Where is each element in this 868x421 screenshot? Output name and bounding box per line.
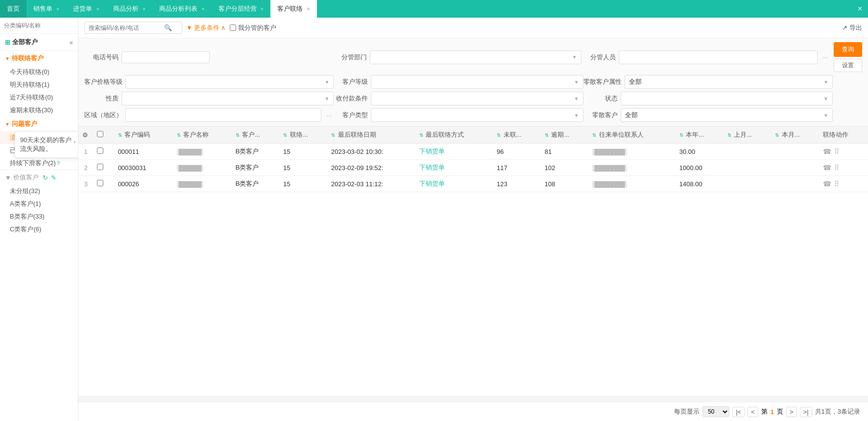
search-icon-btn[interactable]: 🔍	[164, 24, 172, 31]
tab-customer-segment[interactable]: 客户分层经营 ×	[212, 0, 270, 18]
all-customers-item[interactable]: ⊞ 全部客户 «	[0, 34, 78, 51]
th-name[interactable]: ⇅ 客户名称	[173, 126, 232, 144]
row-last-contact-date: 2023-02-03 11:12:	[327, 176, 415, 192]
select-all-checkbox[interactable]	[97, 131, 103, 137]
region-select[interactable]	[125, 108, 321, 122]
customer-type-select[interactable]: ▼	[371, 108, 583, 122]
sidebar-item-a-class[interactable]: A类客户(1)	[0, 198, 78, 210]
th-this-year[interactable]: ⇅ 本年...	[675, 126, 723, 144]
sidebar-section-problem-title[interactable]: ▼ 问题客户	[0, 117, 78, 131]
sidebar-item-tomorrow[interactable]: 明天待联络(1)	[0, 78, 78, 91]
sidebar-item-overdue[interactable]: 逾期未联络(30)	[0, 104, 78, 117]
sidebar-section-pending-title[interactable]: ▼ 待联络客户	[0, 51, 78, 66]
per-page-select[interactable]: 50 100	[702, 406, 729, 417]
nature-select[interactable]: ▼	[121, 92, 334, 105]
sort-icon-this-month: ⇅	[775, 132, 779, 138]
filter-dots-1[interactable]: ···	[820, 53, 830, 61]
th-contact-count[interactable]: ⇅ 联络...	[279, 126, 327, 144]
query-btn[interactable]: 查询	[834, 42, 862, 57]
tab-analysis-close[interactable]: ×	[143, 0, 145, 18]
edit-icon[interactable]: ✎	[51, 174, 56, 181]
tab-purchase[interactable]: 进货单 ×	[66, 0, 106, 18]
more-actions-icon[interactable]: ⠿	[834, 164, 839, 172]
contact-method-link[interactable]: 下销货单	[419, 164, 445, 171]
th-last-month[interactable]: ⇅ 上月...	[723, 126, 772, 144]
contact-method-link[interactable]: 下销货单	[419, 148, 445, 155]
th-this-month[interactable]: ⇅ 本月...	[771, 126, 819, 144]
th-overdue[interactable]: ⇅ 逾期...	[541, 126, 589, 144]
table-row: 1 000011 ██████ B类客户 15 2023-03-02 10:30…	[78, 144, 868, 160]
refresh-icon[interactable]: ↻	[43, 174, 48, 181]
th-settings[interactable]: ⚙	[78, 126, 93, 144]
tab-customer-contact-close[interactable]: ×	[307, 0, 310, 18]
next-page-btn[interactable]: >	[786, 407, 797, 417]
sidebar-section-value-title[interactable]: ▼ 价值客户 ↻ ✎	[0, 170, 78, 185]
contact-method-link[interactable]: 下销货单	[419, 180, 445, 187]
more-actions-icon[interactable]: ⠿	[834, 180, 839, 188]
filter-btn[interactable]: ▼ 更多条件 ∧	[186, 24, 226, 32]
search-input[interactable]	[89, 25, 162, 31]
tab-customer-segment-close[interactable]: ×	[261, 0, 264, 18]
tab-customer-contact[interactable]: 客户联络 ×	[270, 0, 316, 18]
row-last-contact-method[interactable]: 下销货单	[415, 144, 493, 160]
last-page-btn[interactable]: >|	[800, 407, 812, 417]
row-this-year: 30.00	[675, 144, 723, 160]
tab-purchase-close[interactable]: ×	[96, 0, 99, 18]
tab-analysis-list[interactable]: 商品分析列表 ×	[152, 0, 211, 18]
row-last-contact-method[interactable]: 下销货单	[415, 160, 493, 176]
sidebar-item-ungroup[interactable]: 未分组(32)	[0, 185, 78, 198]
row-contacts: ████████	[588, 160, 675, 176]
sidebar-item-today[interactable]: 今天待联络(0)	[0, 66, 78, 78]
row-checkbox[interactable]	[97, 164, 103, 170]
tab-sales-close[interactable]: ×	[56, 0, 59, 18]
th-type[interactable]: ⇅ 客户...	[232, 126, 280, 144]
sidebar-item-b-class[interactable]: B类客户(33)	[0, 210, 78, 223]
person-select[interactable]	[619, 50, 818, 64]
window-close-icon[interactable]: ×	[858, 4, 868, 13]
my-customers-checkbox-label[interactable]: 我分管的客户	[230, 24, 276, 32]
row-last-contact-method[interactable]: 下销货单	[415, 176, 493, 192]
zero-select[interactable]: 全部 ▼	[621, 108, 833, 122]
contact-icon[interactable]: ☎	[823, 180, 831, 188]
table-row: 2 00030031 ██████ B类客户 15 2023-02-09 19:…	[78, 160, 868, 176]
row-this-year: 1000.00	[675, 160, 723, 176]
horizontal-scrollbar[interactable]	[78, 396, 868, 402]
tab-analysis-list-close[interactable]: ×	[201, 0, 204, 18]
th-last-contact-method[interactable]: ⇅ 最后联络方式	[415, 126, 493, 144]
settings-btn[interactable]: 设置	[834, 59, 862, 72]
sidebar-collapse-btn[interactable]: «	[70, 39, 73, 46]
more-actions-icon[interactable]: ⠿	[834, 148, 839, 155]
my-customers-checkbox[interactable]	[230, 25, 236, 31]
export-btn[interactable]: ↗ 导出	[842, 24, 862, 32]
tab-home[interactable]: 首页	[0, 0, 26, 18]
row-checkbox[interactable]	[97, 148, 103, 154]
sidebar-item-c-class[interactable]: C类客户(6)	[0, 223, 78, 236]
first-page-btn[interactable]: |<	[732, 407, 745, 417]
row-code: 000011	[114, 144, 173, 160]
settings-icon[interactable]: ⚙	[82, 131, 88, 139]
sidebar-search-input[interactable]	[4, 22, 77, 29]
sidebar-item-week[interactable]: 近7天待联络(0)	[0, 91, 78, 104]
row-checkbox[interactable]	[97, 180, 103, 186]
th-code[interactable]: ⇅ 客户编码	[114, 126, 173, 144]
th-no-contact-days[interactable]: ⇅ 未联...	[493, 126, 541, 144]
tab-analysis[interactable]: 商品分析 ×	[106, 0, 152, 18]
zero-attr-select[interactable]: 全部 ▼	[625, 75, 833, 89]
th-last-contact-date[interactable]: ⇅ 最后联络日期	[327, 126, 415, 144]
phone-input[interactable]	[121, 51, 210, 63]
pending-section-label: 待联络客户	[12, 54, 44, 63]
payment-select[interactable]: ▼	[371, 92, 583, 105]
th-contacts[interactable]: ⇅ 往来单位联系人	[588, 126, 675, 144]
customer-tier-select[interactable]: ▼	[371, 75, 583, 89]
contact-icon[interactable]: ☎	[823, 164, 831, 172]
dept-select[interactable]: ▼	[370, 50, 581, 64]
contact-icon[interactable]: ☎	[823, 148, 831, 155]
filter-dots-region[interactable]: ···	[324, 112, 334, 119]
prev-page-btn[interactable]: <	[747, 407, 758, 417]
tab-sales[interactable]: 销售单 ×	[26, 0, 66, 18]
price-tier-select[interactable]: ▼	[125, 75, 334, 89]
sidebar-section-pending: ▼ 待联络客户 今天待联络(0) 明天待联络(1) 近7天待联络(0) 逾期未联…	[0, 51, 78, 117]
tab-customer-contact-label: 客户联络	[277, 0, 303, 18]
status-select[interactable]: ▼	[621, 92, 833, 105]
sidebar-item-declining[interactable]: 持续下滑客户(2) ?	[0, 157, 78, 170]
